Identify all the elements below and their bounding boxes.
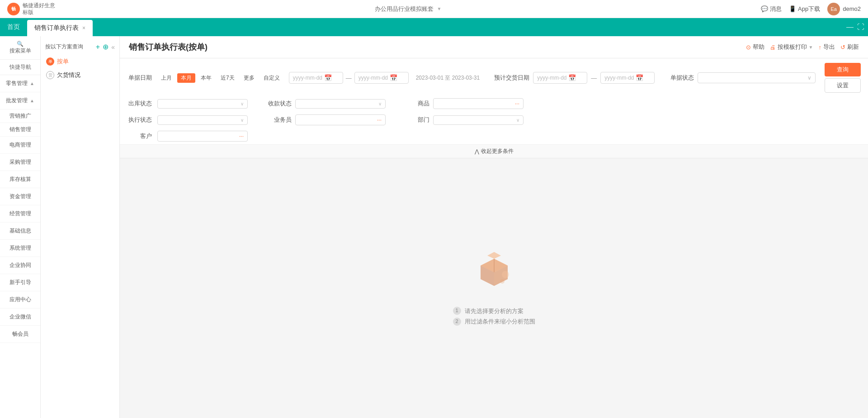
filter-row-3: 执行状态 ∨ 业务员 ··· 部门 [120, 112, 868, 128]
collapse-label: 收起更多条件 [481, 147, 514, 155]
system-label: 系统管理 [9, 244, 31, 252]
sidebar-item-operations[interactable]: 经营管理 [0, 205, 40, 223]
order-status-select[interactable]: ∨ [698, 72, 816, 83]
sidebar: 🔍 搜索菜单 快捷导航 零售管理 ▲ 批发管理 ▲ 营销推广 销售管理 电商管理… [0, 36, 41, 418]
date-tab-last-month[interactable]: 上月 [157, 73, 175, 83]
message-button[interactable]: 💬 消息 [761, 5, 782, 13]
sidebar-item-basic[interactable]: 基础信息 [0, 223, 40, 240]
ship-status-label: 出库状态 [127, 100, 152, 108]
enterprise-label: 企业协同 [9, 261, 31, 269]
sidebar-item-retail[interactable]: 零售管理 ▲ [0, 75, 40, 92]
tab-minimize-icon[interactable]: — [846, 23, 854, 31]
order-status-group: 单据状态 ∨ [669, 72, 816, 83]
date-tab-last7[interactable]: 近7天 [217, 73, 238, 83]
step-1-text: 请先选择要分析的方案 [465, 306, 524, 316]
help-button[interactable]: ⊙ 帮助 [746, 43, 764, 51]
avatar: Ea [827, 3, 840, 15]
refresh-label: 刷新 [847, 43, 859, 51]
empty-illustration [472, 250, 517, 295]
sidebar-quick-nav[interactable]: 快捷导航 [0, 60, 40, 75]
exec-status-label: 执行状态 [127, 116, 152, 124]
content-area: 按以下方案查询 + ⊕ « 单 按单 货 欠货情况 [41, 36, 868, 418]
expected-date-to[interactable]: yyyy-mm-dd 📅 [600, 72, 655, 84]
filter-row-2: 出库状态 ∨ 收款状态 ∨ [120, 95, 868, 112]
left-panel-item-按单-label: 按单 [57, 57, 69, 66]
date-to-input[interactable]: yyyy-mm-dd 📅 [354, 72, 409, 84]
sidebar-item-newbie[interactable]: 新手引导 [0, 274, 40, 291]
refresh-icon: ↺ [840, 44, 845, 51]
sidebar-item-appstore[interactable]: 应用中心 [0, 291, 40, 309]
left-panel-collapse-btn[interactable]: « [111, 43, 115, 51]
exp-date-from-placeholder: yyyy-mm-dd [537, 75, 566, 81]
sidebar-search[interactable]: 🔍 搜索菜单 [0, 36, 40, 60]
salesperson-select[interactable]: ··· [295, 114, 386, 125]
user-name: demo2 [843, 5, 861, 12]
sidebar-item-sales[interactable]: 销售管理 [0, 123, 40, 137]
department-label: 部门 [405, 116, 429, 124]
export-button[interactable]: ↑ 导出 [819, 43, 835, 51]
export-label: 导出 [823, 43, 835, 51]
expected-date-group: 预计交货日期 yyyy-mm-dd 📅 — yyyy-mm-dd 📅 [494, 72, 655, 84]
goods-select[interactable]: ··· [433, 98, 524, 109]
sidebar-item-purchase[interactable]: 采购管理 [0, 154, 40, 171]
date-tabs: 上月 本月 本年 近7天 更多 自定义 [157, 73, 283, 83]
department-group: 部门 ∨ [405, 115, 524, 125]
date-tab-current-month[interactable]: 本月 [177, 73, 195, 83]
left-panel-copy-btn[interactable]: ⊕ [103, 43, 108, 51]
tab-close-icon[interactable]: × [82, 25, 85, 31]
sidebar-item-inventory[interactable]: 库存核算 [0, 171, 40, 188]
print-label: 按模板打印 [778, 43, 807, 51]
sidebar-item-wholesale[interactable]: 批发管理 ▲ [0, 92, 40, 109]
department-select[interactable]: ∨ [433, 115, 524, 125]
customer-select[interactable]: ··· [157, 131, 248, 142]
payment-status-select[interactable]: ∨ [295, 99, 386, 109]
date-from-input[interactable]: yyyy-mm-dd 📅 [289, 72, 343, 84]
app-download-button[interactable]: 📱 App下载 [789, 5, 820, 13]
date-tab-more[interactable]: 更多 [240, 73, 258, 83]
print-button[interactable]: 🖨 按模板打印 ▼ [770, 43, 813, 51]
logo-icon: 畅 [7, 3, 20, 15]
breadcrumb[interactable]: 办公用品行业模拟账套 ▼ [375, 5, 442, 13]
filter-row-1: 单据日期 上月 本月 本年 近7天 更多 自定义 yyyy-mm-dd [120, 58, 868, 95]
left-panel-add-btn[interactable]: + [96, 43, 100, 51]
order-status-label: 单据状态 [669, 74, 694, 82]
filter-row-4: 客户 ··· [120, 128, 868, 144]
sidebar-item-marketing[interactable]: 营销推广 [0, 109, 40, 123]
breadcrumb-text: 办公用品行业模拟账套 [375, 5, 434, 13]
settings-button[interactable]: 设置 [825, 78, 861, 93]
sidebar-item-finance[interactable]: 资金管理 [0, 188, 40, 205]
tab-maximize-icon[interactable]: ⛶ [857, 23, 864, 31]
date-range-sep: — [346, 75, 352, 81]
customer-dots: ··· [239, 133, 244, 139]
top-bar-right: 💬 消息 📱 App下载 Ea demo2 [761, 3, 861, 15]
query-button[interactable]: 查询 [825, 63, 861, 76]
exp-calendar-to: 📅 [636, 74, 643, 81]
salesperson-dots: ··· [377, 117, 382, 123]
expected-date-from[interactable]: yyyy-mm-dd 📅 [533, 72, 587, 84]
date-tab-current-year[interactable]: 本年 [197, 73, 215, 83]
refresh-button[interactable]: ↺ 刷新 [840, 43, 859, 51]
date-to-placeholder: yyyy-mm-dd [359, 75, 388, 81]
collapse-button[interactable]: ⋀ 收起更多条件 [120, 144, 868, 158]
sidebar-item-enterprise[interactable]: 企业协同 [0, 257, 40, 274]
exec-status-chevron: ∨ [241, 118, 244, 123]
date-tab-custom[interactable]: 自定义 [260, 73, 283, 83]
sidebar-item-ecommerce[interactable]: 电商管理 [0, 137, 40, 154]
sidebar-item-member[interactable]: 畅会员 [0, 326, 40, 343]
tab-home[interactable]: 首页 [0, 18, 27, 36]
sidebar-item-wechat[interactable]: 企业微信 [0, 309, 40, 326]
retail-arrow: ▲ [30, 81, 34, 86]
left-panel-item-欠货情况[interactable]: 货 欠货情况 [41, 68, 119, 82]
purchase-label: 采购管理 [9, 158, 31, 166]
tab-current[interactable]: 销售订单执行表 × [27, 20, 93, 36]
left-panel-item-欠货情况-label: 欠货情况 [57, 71, 80, 79]
left-panel-item-按单[interactable]: 单 按单 [41, 55, 119, 68]
department-chevron: ∨ [516, 118, 519, 123]
exp-date-to-placeholder: yyyy-mm-dd [604, 75, 634, 81]
ship-status-select[interactable]: ∨ [157, 99, 248, 109]
user-area[interactable]: Ea demo2 [827, 3, 861, 15]
sidebar-item-retail-label: 零售管理 [6, 80, 28, 87]
sidebar-item-system[interactable]: 系统管理 [0, 240, 40, 257]
logo-line1: 畅捷通好生意 [23, 2, 55, 9]
exec-status-select[interactable]: ∨ [157, 115, 248, 125]
